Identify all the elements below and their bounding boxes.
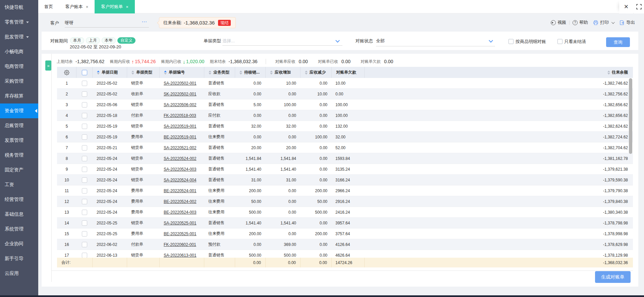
sidebar-item[interactable]: 企业协同: [0, 237, 38, 251]
doc-type-chevron-icon[interactable]: [335, 38, 340, 43]
row-checkbox[interactable]: [82, 177, 87, 183]
unsettled-checkbox[interactable]: [557, 39, 562, 44]
print-button[interactable]: 打印: [593, 19, 614, 26]
sidebar-item[interactable]: 经营管理: [0, 192, 38, 207]
status-chevron-icon[interactable]: [489, 38, 493, 43]
doc-link[interactable]: SA-20220524-002: [164, 156, 196, 161]
doc-link[interactable]: SA-20220525-001: [164, 221, 196, 225]
generate-statement-button[interactable]: 生成对账单: [595, 271, 631, 283]
header-biz-type[interactable]: 业务类型: [204, 67, 235, 78]
header-balance[interactable]: 往来余额: [365, 67, 633, 78]
sidebar-item[interactable]: 工资: [0, 177, 38, 192]
row-checkbox[interactable]: [82, 167, 87, 172]
sidebar-item[interactable]: 总账管理: [0, 118, 38, 133]
row-checkbox[interactable]: [82, 242, 87, 247]
sidebar-item[interactable]: 批发管理: [0, 30, 38, 44]
doc-link[interactable]: BE-20220524-001: [164, 188, 196, 193]
tab-customer-ledger[interactable]: 客户账本 ×: [59, 0, 95, 13]
row-checkbox[interactable]: [82, 102, 87, 108]
tab-ledger-close-icon[interactable]: ×: [86, 5, 89, 9]
customer-input[interactable]: 呀呀: [65, 20, 73, 26]
query-button[interactable]: 查询: [606, 37, 630, 47]
row-checkbox[interactable]: [82, 124, 87, 129]
doc-link[interactable]: BE-20220525-001: [164, 231, 196, 236]
cell-type: 销货单: [127, 153, 160, 164]
doc-link[interactable]: BE-20220524-002: [164, 199, 196, 204]
cell-doc-no: SA-20220521-002: [160, 142, 204, 153]
sidebar-item[interactable]: 库存核算: [0, 89, 38, 103]
window-fullscreen-button[interactable]: [634, 0, 644, 13]
customer-picker-ellipsis-icon[interactable]: ⋯: [142, 18, 147, 25]
row-checkbox[interactable]: [82, 113, 87, 118]
row-checkbox[interactable]: [82, 156, 87, 161]
period-pill[interactable]: 自定义: [117, 37, 136, 44]
doc-link[interactable]: SA-20220524-003: [164, 167, 196, 172]
cell-seq: 11: [57, 185, 76, 196]
sidebar-item[interactable]: 税务管理: [0, 148, 38, 163]
window-close-button[interactable]: ×: [619, 0, 633, 13]
help-button[interactable]: ? 帮助: [573, 19, 588, 26]
row-checkbox[interactable]: [82, 199, 87, 204]
header-stmt-debt[interactable]: 对账单欠款: [332, 67, 365, 78]
row-checkbox[interactable]: [82, 91, 87, 97]
doc-link[interactable]: BE-20220519-001: [164, 135, 196, 139]
doc-link[interactable]: SA-20220519-001: [164, 124, 196, 129]
sidebar-item[interactable]: 系统管理: [0, 222, 38, 237]
tab-home[interactable]: 首页: [38, 0, 59, 13]
row-checkbox[interactable]: [82, 81, 87, 86]
header-doc-type[interactable]: 单据类型: [127, 67, 160, 78]
header-recv-dec[interactable]: 应收减少: [301, 67, 332, 78]
row-checkbox[interactable]: [82, 220, 87, 226]
header-recv-inc[interactable]: 应收增加: [266, 67, 301, 78]
sidebar-item[interactable]: 固定资产: [0, 163, 38, 177]
row-checkbox[interactable]: [82, 253, 87, 258]
export-button[interactable]: 导出: [620, 19, 635, 26]
doc-link[interactable]: SA-20220506-002: [164, 102, 196, 107]
cell-date: 2022-05-25: [93, 228, 127, 239]
period-pill[interactable]: 上月: [86, 37, 100, 44]
cell-balance: -1,382,656.62: [365, 110, 633, 121]
doc-link[interactable]: SA-20220613-001: [164, 253, 196, 258]
sidebar-item[interactable]: 发票管理: [0, 133, 38, 148]
sidebar-item[interactable]: 电商管理: [0, 59, 38, 74]
row-checkbox[interactable]: [82, 145, 87, 151]
doc-type-select[interactable]: 选择...: [222, 38, 235, 44]
doc-link[interactable]: SK-20220502-001: [164, 92, 196, 96]
period-pill[interactable]: 本年: [102, 37, 116, 44]
expand-panel-button[interactable]: »: [45, 60, 51, 71]
cell-inc: 0.00: [266, 185, 301, 196]
doc-link[interactable]: FK-20220602-001: [164, 242, 196, 247]
video-button[interactable]: 视频: [551, 19, 566, 26]
row-checkbox[interactable]: [82, 134, 87, 140]
tab-active-close-icon[interactable]: ×: [126, 5, 128, 9]
sidebar-item[interactable]: 零售管理: [0, 15, 38, 30]
row-checkbox[interactable]: [82, 188, 87, 194]
sidebar-item[interactable]: 基础信息: [0, 207, 38, 222]
column-settings[interactable]: [57, 67, 76, 78]
sidebar-item[interactable]: 快捷导航: [0, 0, 38, 15]
doc-link[interactable]: SA-20220502-001: [164, 81, 196, 86]
date-range[interactable]: 2022-05-02 至 2022-09-20: [70, 44, 121, 50]
sidebar-item[interactable]: 新手引导: [0, 251, 38, 266]
period-pill[interactable]: 本月: [70, 37, 84, 44]
sidebar-item[interactable]: 采购管理: [0, 74, 38, 89]
detail-checkbox[interactable]: [508, 39, 514, 44]
doc-link[interactable]: BE-20220524-003: [164, 210, 196, 215]
unsettled-checkbox-label: 只看未结清: [564, 39, 586, 45]
doc-link[interactable]: SA-20220524-004: [164, 178, 196, 182]
header-doc-date[interactable]: 单据日期: [93, 67, 127, 78]
sidebar-item[interactable]: 小畅电商: [0, 44, 38, 59]
header-doc-no[interactable]: 单据编号: [160, 67, 204, 78]
cell-balance: -1,382,746.62: [365, 78, 633, 88]
sidebar-item[interactable]: 资金管理: [0, 103, 38, 118]
tab-customer-statement[interactable]: 客户对账单 ×: [95, 0, 135, 13]
sidebar-item[interactable]: 云应用: [0, 266, 38, 281]
doc-link[interactable]: FK-20220518-003: [164, 113, 196, 118]
row-checkbox[interactable]: [82, 210, 87, 215]
status-select[interactable]: 全部: [376, 38, 385, 44]
vertical-scrollbar[interactable]: [629, 78, 632, 154]
row-checkbox[interactable]: [82, 231, 87, 237]
header-pending[interactable]: 待核销...: [235, 67, 266, 78]
doc-link[interactable]: SA-20220521-002: [164, 145, 196, 150]
select-all-checkbox[interactable]: [82, 70, 87, 75]
